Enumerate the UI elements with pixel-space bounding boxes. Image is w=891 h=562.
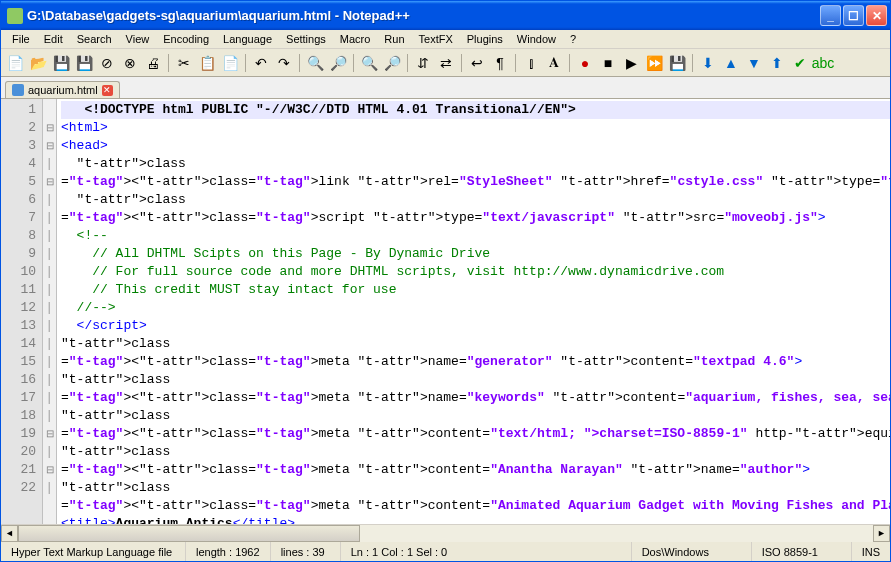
tabbar: aquarium.html ✕ <box>1 77 890 99</box>
indent-guide-icon[interactable]: ⫿ <box>521 53 541 73</box>
stop-icon[interactable]: ■ <box>598 53 618 73</box>
menu-language[interactable]: Language <box>216 31 279 47</box>
copy-icon[interactable]: 📋 <box>197 53 217 73</box>
editor[interactable]: 12345678910111213141516171819202122 ⊟⊟│⊟… <box>1 99 890 524</box>
scroll-right-icon[interactable]: ► <box>873 525 890 542</box>
file-icon <box>12 84 24 96</box>
save-all-icon[interactable]: 💾 <box>74 53 94 73</box>
statusbar: Hyper Text Markup Language file length :… <box>1 541 890 561</box>
menu-encoding[interactable]: Encoding <box>156 31 216 47</box>
menu-run[interactable]: Run <box>377 31 411 47</box>
separator <box>168 54 169 72</box>
menu-textfx[interactable]: TextFX <box>412 31 460 47</box>
status-encoding: ISO 8859-1 <box>752 542 852 561</box>
bookmark-prev-icon[interactable]: ▲ <box>721 53 741 73</box>
menu-file[interactable]: File <box>5 31 37 47</box>
status-length: length : 1962 <box>186 542 271 561</box>
redo-icon[interactable]: ↷ <box>274 53 294 73</box>
tab-close-icon[interactable]: ✕ <box>102 85 113 96</box>
status-lines: lines : 39 <box>271 542 341 561</box>
user-lang-icon[interactable]: 𝐀 <box>544 53 564 73</box>
separator <box>407 54 408 72</box>
fold-column[interactable]: ⊟⊟│⊟│││││││││││││⊟│⊟│ <box>43 99 57 524</box>
wrap-icon[interactable]: ↩ <box>467 53 487 73</box>
zoom-out-icon[interactable]: 🔎 <box>382 53 402 73</box>
separator <box>461 54 462 72</box>
close-file-icon[interactable]: ⊘ <box>97 53 117 73</box>
separator <box>569 54 570 72</box>
scroll-thumb[interactable] <box>18 525 360 542</box>
sync-h-icon[interactable]: ⇄ <box>436 53 456 73</box>
tab-label: aquarium.html <box>28 84 98 96</box>
separator <box>692 54 693 72</box>
close-button[interactable]: ✕ <box>866 5 887 26</box>
app-icon <box>7 8 23 24</box>
bookmark-clear-icon[interactable]: ⬆ <box>767 53 787 73</box>
find-icon[interactable]: 🔍 <box>305 53 325 73</box>
zoom-in-icon[interactable]: 🔍 <box>359 53 379 73</box>
status-eol: Dos\Windows <box>632 542 752 561</box>
horizontal-scrollbar[interactable]: ◄ ► <box>1 524 890 541</box>
minimize-button[interactable]: _ <box>820 5 841 26</box>
sync-v-icon[interactable]: ⇵ <box>413 53 433 73</box>
status-language: Hyper Text Markup Language file <box>1 542 186 561</box>
menu-plugins[interactable]: Plugins <box>460 31 510 47</box>
menu-view[interactable]: View <box>119 31 157 47</box>
menu-window[interactable]: Window <box>510 31 563 47</box>
code-area[interactable]: <!DOCTYPE html PUBLIC "-//W3C//DTD HTML … <box>57 99 890 524</box>
play-icon[interactable]: ▶ <box>621 53 641 73</box>
replace-icon[interactable]: 🔎 <box>328 53 348 73</box>
menu-settings[interactable]: Settings <box>279 31 333 47</box>
spellcheck-icon[interactable]: ✔ <box>790 53 810 73</box>
menubar: File Edit Search View Encoding Language … <box>1 30 890 49</box>
new-file-icon[interactable]: 📄 <box>5 53 25 73</box>
toolbar: 📄 📂 💾 💾 ⊘ ⊗ 🖨 ✂ 📋 📄 ↶ ↷ 🔍 🔎 🔍 🔎 ⇵ ⇄ ↩ ¶ … <box>1 49 890 77</box>
titlebar[interactable]: G:\Database\gadgets-sg\aquarium\aquarium… <box>1 1 890 30</box>
status-position: Ln : 1 Col : 1 Sel : 0 <box>341 542 632 561</box>
window-title: G:\Database\gadgets-sg\aquarium\aquarium… <box>27 8 820 23</box>
cut-icon[interactable]: ✂ <box>174 53 194 73</box>
spellcheck2-icon[interactable]: abc <box>813 53 833 73</box>
app-window: G:\Database\gadgets-sg\aquarium\aquarium… <box>0 0 891 562</box>
undo-icon[interactable]: ↶ <box>251 53 271 73</box>
open-file-icon[interactable]: 📂 <box>28 53 48 73</box>
close-all-icon[interactable]: ⊗ <box>120 53 140 73</box>
bookmark-icon[interactable]: ⬇ <box>698 53 718 73</box>
show-ws-icon[interactable]: ¶ <box>490 53 510 73</box>
separator <box>299 54 300 72</box>
separator <box>245 54 246 72</box>
save-macro-icon[interactable]: 💾 <box>667 53 687 73</box>
menu-search[interactable]: Search <box>70 31 119 47</box>
line-gutter: 12345678910111213141516171819202122 <box>1 99 43 524</box>
tab-aquarium[interactable]: aquarium.html ✕ <box>5 81 120 98</box>
record-icon[interactable]: ● <box>575 53 595 73</box>
paste-icon[interactable]: 📄 <box>220 53 240 73</box>
separator <box>353 54 354 72</box>
scroll-left-icon[interactable]: ◄ <box>1 525 18 542</box>
menu-help[interactable]: ? <box>563 31 583 47</box>
play-multi-icon[interactable]: ⏩ <box>644 53 664 73</box>
print-icon[interactable]: 🖨 <box>143 53 163 73</box>
bookmark-next-icon[interactable]: ▼ <box>744 53 764 73</box>
maximize-button[interactable]: ☐ <box>843 5 864 26</box>
status-insert: INS <box>852 542 890 561</box>
scroll-track[interactable] <box>18 525 873 542</box>
menu-macro[interactable]: Macro <box>333 31 378 47</box>
menu-edit[interactable]: Edit <box>37 31 70 47</box>
save-icon[interactable]: 💾 <box>51 53 71 73</box>
separator <box>515 54 516 72</box>
